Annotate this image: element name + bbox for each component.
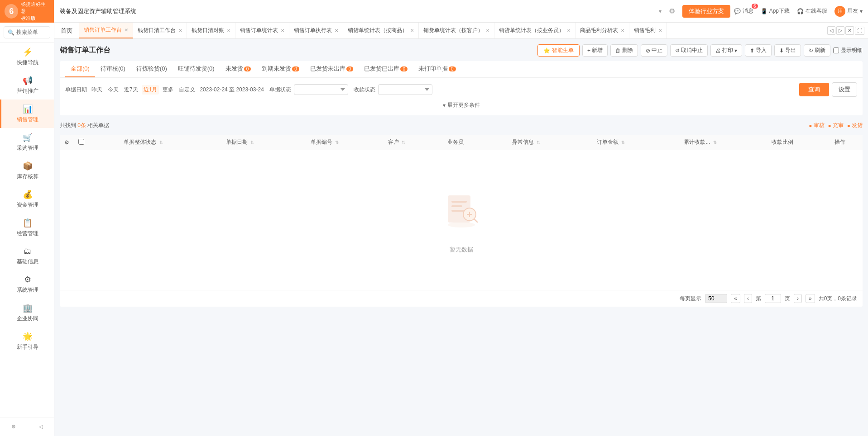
tab-cashflow-daily[interactable]: 钱货日清工作台 ✕ [133,23,187,38]
more-btn[interactable]: 更多 [161,85,175,95]
sidebar-item-sales[interactable]: 📊 销售管理 [0,100,54,128]
filter-tabs-container: 全部(0) 待审核(0) 待拣验货(0) 旺铺待发货(0) 未发货0 到期未发货… [60,61,863,115]
tab-sales-stats-customer[interactable]: 销货单统计表（按客户） ✕ [419,23,494,38]
sidebar-item-finance[interactable]: 💰 资金管理 [0,185,54,213]
sidebar-item-inventory[interactable]: 📦 库存核算 [0,156,54,185]
sidebar-settings-button[interactable]: ⚙ [8,420,19,433]
first-page-button[interactable]: « [731,294,740,303]
tab-sales-order-stats[interactable]: 销售订单统计表 ✕ [235,23,289,38]
filter-tab-all[interactable]: 全部(0) [65,61,95,77]
tab-sales-order-exec[interactable]: 销售订单执行表 ✕ [289,23,343,38]
tab-fullscreen-button[interactable]: ⛶ [855,27,864,35]
sidebar-item-system[interactable]: ⚙ 系统管理 [0,270,54,299]
tab-sales-stats-product[interactable]: 销货单统计表（按商品） ✕ [343,23,419,38]
filter-tab-not-printed[interactable]: 未打印单据0 [413,61,461,77]
message-icon-item[interactable]: 💬 6 消息 [734,7,753,15]
col-date[interactable]: 单据日期 ⇅ [198,135,283,150]
print-button[interactable]: 🖨 打印 ▾ [710,44,742,57]
sidebar-item-purchase[interactable]: 🛒 采购管理 [0,128,54,156]
custom-btn[interactable]: 自定义 [177,85,197,95]
filter-tab-shipped-not-out[interactable]: 已发货未出库0 [305,61,359,77]
page-actions: ⭐ 智能生单 + 新增 🗑 删除 ⊘ 中止 ↺ 取消中止 [537,44,863,57]
tab-cashflow-reconcile[interactable]: 钱货日清对账 ✕ [187,23,235,38]
online-service-item[interactable]: 🎧 在线客服 [797,7,827,15]
ship-action-button[interactable]: ● 发货 [847,122,863,129]
tab-sales-stats-customer-close[interactable]: ✕ [486,28,489,33]
export-button[interactable]: ⬇ 导出 [774,44,801,57]
delete-button[interactable]: 🗑 删除 [610,44,638,57]
tab-close-all-button[interactable]: ✕ [845,26,854,35]
sidebar-item-enterprise[interactable]: 🏢 企业协同 [0,299,54,327]
app-download-item[interactable]: 📱 App下载 [761,7,790,15]
tab-sales-stats-salesman[interactable]: 销货单统计表（按业务员） ✕ [494,23,575,38]
today-btn[interactable]: 今天 [106,85,120,95]
last-page-button[interactable]: » [806,294,815,303]
header-gear-icon[interactable]: ⚙ [669,7,675,15]
filter-tab-pending-verify[interactable]: 待拣验货(0) [131,61,173,77]
set-button[interactable]: 设置 [832,82,857,97]
tab-cashflow-reconcile-close[interactable]: ✕ [227,28,230,33]
sidebar-item-basic-info[interactable]: 🗂 基础信息 [0,242,54,270]
yesterday-btn[interactable]: 昨天 [90,85,104,95]
tab-product-margin[interactable]: 商品毛利分析表 ✕ [575,23,629,38]
show-detail-checkbox-label[interactable]: 显示明细 [833,47,863,54]
tab-sales-order-close[interactable]: ✕ [125,28,128,33]
tab-sales-order-exec-close[interactable]: ✕ [335,28,338,33]
filter-tab-wangpu[interactable]: 旺铺待发货(0) [173,61,220,77]
tab-sales-order-stats-close[interactable]: ✕ [281,28,284,33]
tab-scroll-right-button[interactable]: ▷ [836,26,844,35]
import-button[interactable]: ⬆ 导入 [745,44,772,57]
add-button[interactable]: + 新增 [582,44,608,57]
last1month-btn[interactable]: 近1月 [142,85,159,95]
tab-sales-stats-product-close[interactable]: ✕ [410,28,414,33]
col-amount[interactable]: 订单金额 ⇅ [568,135,653,150]
tab-sales-profit[interactable]: 销售毛利 ✕ [629,23,667,38]
user-label: 用友 [847,7,858,15]
cancel-stop-button[interactable]: ↺ 取消中止 [670,44,708,57]
next-page-button[interactable]: › [794,294,802,303]
tab-product-margin-close[interactable]: ✕ [621,28,624,33]
sidebar-item-guide[interactable]: 🌟 新手引导 [0,327,54,355]
tab-home[interactable]: 首页 [54,23,79,38]
col-number[interactable]: 单据编号 ⇅ [282,135,367,150]
col-status[interactable]: 单据整体状态 ⇅ [89,135,198,150]
trial-industry-button[interactable]: 体验行业方案 [682,5,730,18]
unreviewed-action-button[interactable]: ● 充审 [828,122,844,129]
payment-select[interactable] [378,84,432,95]
col-abnormal[interactable]: 异常信息 ⇅ [484,135,569,150]
col-salesman[interactable]: 业务员 [427,135,484,150]
query-button[interactable]: 查询 [799,83,829,96]
col-settings[interactable]: ⚙ [60,135,74,150]
header-icons: 💬 6 消息 📱 App下载 🎧 在线客服 用 用友 ▾ [734,6,863,17]
sidebar-collapse-button[interactable]: ◁ [35,420,46,433]
sidebar-item-quick-nav[interactable]: ⚡ 快捷导航 [0,43,54,71]
col-customer[interactable]: 客户 ⇅ [367,135,427,150]
col-collected[interactable]: 累计收款... ⇅ [653,135,748,150]
search-menu-button[interactable]: 🔍 搜索菜单 [4,26,50,38]
filter-tab-pending-review[interactable]: 待审核(0) [95,61,131,77]
sidebar-item-operations[interactable]: 📋 经营管理 [0,213,54,242]
smart-generate-button[interactable]: ⭐ 智能生单 [537,44,580,57]
filter-tab-shipped-out[interactable]: 已发货已出库0 [359,61,413,77]
refresh-button[interactable]: ↻ 刷新 [804,44,830,57]
filter-tab-overdue-unshipped[interactable]: 到期未发货0 [256,61,305,77]
last7-btn[interactable]: 近7天 [122,85,140,95]
filter-tab-unshipped[interactable]: 未发货0 [220,61,257,77]
tab-cashflow-daily-close[interactable]: ✕ [178,28,182,33]
tab-sales-order[interactable]: 销售订单工作台 ✕ [79,23,133,38]
page-input[interactable] [765,294,781,303]
tab-scroll-left-button[interactable]: ◁ [827,26,835,35]
user-menu-item[interactable]: 用 用友 ▾ [834,6,863,17]
show-detail-checkbox[interactable] [833,47,839,53]
page-size-select[interactable]: 50 10 20 100 [705,294,727,303]
select-all-checkbox[interactable] [78,139,84,145]
tab-sales-stats-salesman-close[interactable]: ✕ [567,28,571,33]
tab-sales-profit-close[interactable]: ✕ [658,28,662,33]
tab-sales-profit-label: 销售毛利 [634,27,656,34]
status-select[interactable] [294,84,348,95]
review-action-button[interactable]: ● 审核 [809,122,824,129]
prev-page-button[interactable]: ‹ [744,294,752,303]
sidebar-item-marketing[interactable]: 📢 营销推广 [0,71,54,100]
stop-button[interactable]: ⊘ 中止 [641,44,667,57]
expand-conditions-button[interactable]: ▾ 展开更多条件 [439,100,484,111]
